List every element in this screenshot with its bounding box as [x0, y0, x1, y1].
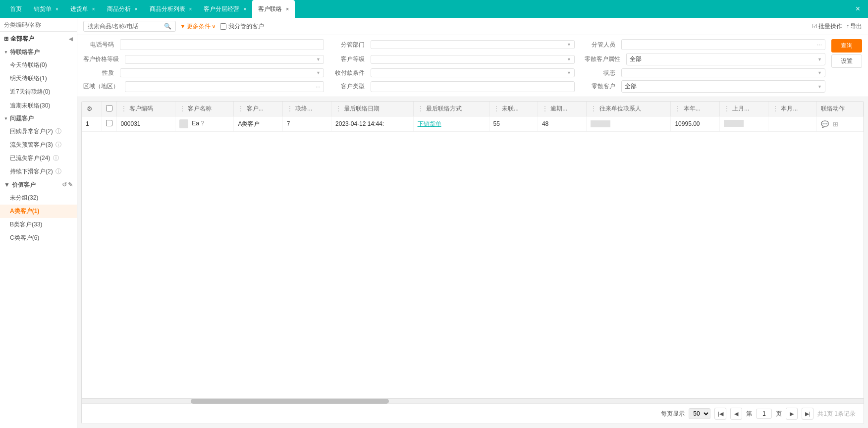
close-sales-tab[interactable]: ×	[55, 6, 58, 12]
customer-table: ⚙ ⋮ 客户编码 ⋮ 客户名称	[82, 102, 864, 132]
sort-icon-this-month[interactable]: ⋮	[772, 105, 778, 112]
next-page-btn[interactable]: ▶	[786, 408, 798, 420]
cell-last-method: 下销货单	[413, 116, 489, 132]
chat-icon[interactable]: 💬	[821, 120, 829, 128]
query-button[interactable]: 查询	[831, 39, 862, 53]
phone-input[interactable]	[120, 39, 324, 50]
sort-icon-name[interactable]: ⋮	[179, 105, 185, 112]
sidebar-collapse-btn[interactable]: ◀	[69, 36, 73, 42]
batch-ops-btn[interactable]: ☑ 批量操作	[812, 22, 842, 31]
arrow-down-icon-3: ▼	[4, 181, 10, 188]
app-close-button[interactable]: ×	[852, 4, 864, 13]
dept-select[interactable]: ▼	[371, 40, 575, 49]
pending-contact-group[interactable]: ▼ 待联络客户	[0, 46, 77, 58]
sidebar-item-today[interactable]: 今天待联络(0)	[0, 58, 77, 72]
payment-select[interactable]: ▼	[371, 68, 575, 77]
customer-level-label: 客户等级	[334, 55, 369, 63]
refresh-icon[interactable]: ↺	[62, 181, 67, 188]
sidebar-item-ungrouped[interactable]: 未分组(32)	[0, 191, 77, 205]
manager-input[interactable]: ···	[621, 39, 825, 50]
nav-tab-sales[interactable]: 销货单 ×	[28, 0, 64, 18]
filter-search-input[interactable]	[88, 23, 162, 30]
price-level-select[interactable]: ▼	[125, 55, 324, 64]
sort-icon-year[interactable]: ⋮	[675, 105, 681, 112]
filter-row-3: 性质 ▼ 收付款条件 ▼	[83, 68, 825, 77]
nature-select[interactable]: ▼	[120, 68, 324, 77]
value-customers-group[interactable]: ▼ 价值客户 ↺ ✎	[0, 179, 77, 191]
scrollbar-thumb[interactable]	[191, 399, 389, 404]
select-all-checkbox[interactable]	[106, 105, 112, 111]
sidebar-item-repurchase-abnormal[interactable]: 回购异常客户(2) ⓘ	[0, 125, 77, 138]
sidebar-search-bar: 🔍	[0, 18, 77, 32]
sort-icon-date[interactable]: ⋮	[335, 105, 341, 112]
more-filters-btn[interactable]: ▼ 更多条件 ∨	[180, 22, 216, 31]
status-select[interactable]: ▼	[621, 68, 825, 77]
export-btn[interactable]: ↑ 导出	[846, 22, 862, 31]
sidebar-search-input[interactable]	[4, 21, 77, 28]
last-method-link[interactable]: 下销货单	[418, 120, 441, 127]
sidebar-item-declining[interactable]: 持续下滑客户(2) ⓘ	[0, 165, 77, 178]
nav-tab-customer-contact[interactable]: 客户联络 ×	[252, 0, 295, 18]
page-size-select[interactable]: 50	[689, 408, 710, 419]
table-scroll[interactable]: ⚙ ⋮ 客户编码 ⋮ 客户名称	[82, 102, 864, 398]
page-number-input[interactable]	[756, 409, 772, 419]
sort-icon-no-contact[interactable]: ⋮	[493, 105, 499, 112]
horizontal-scrollbar[interactable]	[82, 398, 864, 403]
nav-tab-home[interactable]: 首页	[4, 0, 28, 18]
customer-type-input[interactable]	[371, 81, 575, 92]
nav-tab-customer-segment[interactable]: 客户分层经营 ×	[198, 0, 252, 18]
sort-icon-overdue[interactable]: ⋮	[542, 105, 548, 112]
sort-icon-method[interactable]: ⋮	[418, 105, 424, 112]
table-settings-icon[interactable]: ⚙	[86, 105, 94, 113]
sort-icon-unit[interactable]: ⋮	[591, 105, 597, 112]
th-code: ⋮ 客户编码	[116, 102, 175, 116]
edit-icon[interactable]: ✎	[68, 181, 73, 188]
sidebar-item-class-c[interactable]: C类客户(6)	[0, 231, 77, 245]
export-icon: ↑	[846, 23, 849, 30]
retail-attr-select[interactable]: 全部 ▼	[626, 53, 825, 65]
setting-button[interactable]: 设置	[831, 54, 862, 68]
th-level: ⋮ 客户...	[234, 102, 282, 116]
customer-level-select[interactable]: ▼	[371, 55, 575, 64]
sidebar-item-class-a[interactable]: A类客户(1)	[0, 205, 77, 218]
filter-cell-phone: 电话号码	[83, 39, 324, 50]
status-arrow-icon: ▼	[817, 70, 822, 75]
th-unit-contact: ⋮ 往来单位联系人	[587, 102, 671, 116]
sort-icon-contact[interactable]: ⋮	[287, 105, 293, 112]
close-product-list-tab[interactable]: ×	[189, 6, 192, 12]
my-customers-check[interactable]	[220, 23, 226, 30]
region-dots-icon: ···	[316, 83, 321, 90]
region-label: 区域（地区）	[83, 82, 123, 91]
nav-tab-product-analysis[interactable]: 商品分析 ×	[101, 0, 144, 18]
close-product-analysis-tab[interactable]: ×	[135, 6, 138, 12]
region-input[interactable]: ···	[125, 81, 324, 92]
sidebar-item-overdue[interactable]: 逾期未联络(30)	[0, 99, 77, 112]
sort-icon-code[interactable]: ⋮	[121, 105, 127, 112]
prev-page-btn[interactable]: ◀	[730, 408, 742, 420]
retail-customer-select[interactable]: 全部 ▼	[621, 80, 825, 93]
filter-cell-customer-level: 客户等级 ▼	[334, 55, 575, 64]
cell-overdue: 48	[538, 116, 586, 132]
pagination: 每页显示 50 |◀ ◀ 第 页 ▶ ▶| 共1页 1条记录	[82, 403, 864, 424]
sort-icon-level[interactable]: ⋮	[238, 105, 244, 112]
dots-icon: ···	[817, 41, 822, 48]
filter-search-icon[interactable]: 🔍	[164, 23, 171, 30]
qr-icon[interactable]: ⊞	[833, 120, 838, 128]
problem-customers-group[interactable]: ▼ 问题客户	[0, 112, 77, 125]
close-customer-segment-tab[interactable]: ×	[243, 6, 246, 12]
sidebar-item-tomorrow[interactable]: 明天待联络(1)	[0, 72, 77, 85]
sidebar-all-customers[interactable]: ⊞ 全部客户 ◀	[0, 32, 77, 46]
close-customer-contact-tab[interactable]: ×	[286, 6, 289, 12]
sidebar-item-churn-warning[interactable]: 流失预警客户(3) ⓘ	[0, 138, 77, 152]
sidebar-item-churned[interactable]: 已流失客户(24) ⓘ	[0, 152, 77, 165]
close-purchase-tab[interactable]: ×	[92, 6, 95, 12]
last-page-btn[interactable]: ▶|	[802, 408, 814, 420]
first-page-btn[interactable]: |◀	[714, 408, 726, 420]
my-customers-checkbox[interactable]: 我分管的客户	[220, 22, 264, 31]
sidebar-item-class-b[interactable]: B类客户(33)	[0, 218, 77, 231]
sidebar-item-7days[interactable]: 近7天待联络(0)	[0, 85, 77, 99]
sort-icon-last-month[interactable]: ⋮	[724, 105, 730, 112]
row-checkbox[interactable]	[106, 120, 112, 126]
nav-tab-product-list[interactable]: 商品分析列表 ×	[144, 0, 198, 18]
nav-tab-purchase[interactable]: 进货单 ×	[64, 0, 101, 18]
